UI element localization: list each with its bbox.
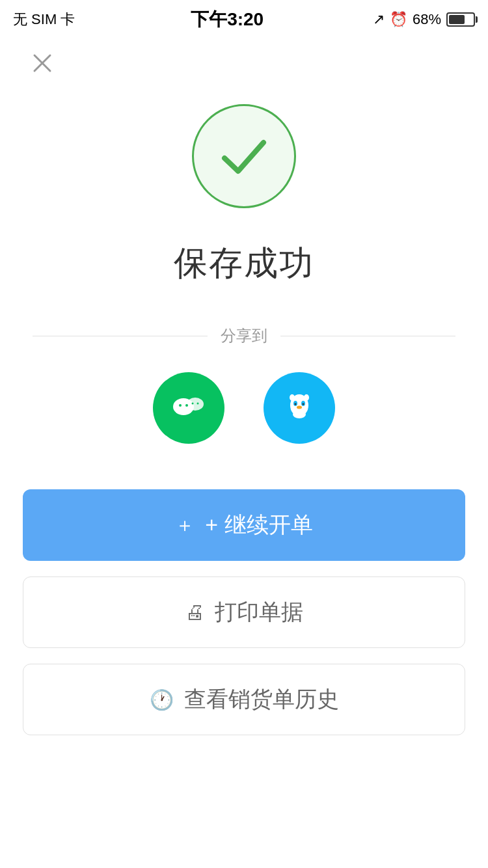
svg-point-5 — [179, 404, 182, 407]
plus-icon: ＋ — [175, 512, 195, 539]
wechat-icon — [168, 387, 210, 429]
share-divider: 分享到 — [0, 325, 488, 346]
svg-point-7 — [192, 403, 194, 405]
svg-point-10 — [293, 411, 306, 418]
share-icons-row — [153, 372, 335, 444]
wechat-share-button[interactable] — [153, 372, 224, 444]
print-icon: 🖨 — [185, 601, 204, 623]
success-icon-circle — [192, 104, 296, 208]
continue-button[interactable]: ＋ + 继续开单 — [23, 489, 465, 561]
qq-icon — [278, 387, 320, 429]
print-button[interactable]: 🖨 打印单据 — [23, 576, 465, 648]
status-left: 无 SIM 卡 — [13, 10, 81, 29]
svg-point-16 — [290, 394, 295, 401]
status-right: ↗ ⏰ 68% — [373, 11, 475, 28]
sim-status: 无 SIM 卡 — [13, 10, 75, 29]
main-content: 保存成功 分享到 — [0, 39, 488, 735]
arrow-icon: ↗ — [373, 11, 385, 28]
svg-point-14 — [303, 403, 305, 405]
history-icon: 🕐 — [150, 688, 174, 711]
divider-right — [280, 336, 455, 336]
svg-point-17 — [304, 394, 309, 401]
svg-point-6 — [185, 404, 188, 407]
battery-icon — [446, 12, 475, 27]
checkmark-icon — [215, 127, 273, 185]
status-time: 下午3:20 — [191, 7, 264, 32]
success-title: 保存成功 — [174, 241, 314, 286]
divider-left — [33, 336, 208, 336]
qq-share-button[interactable] — [264, 372, 335, 444]
svg-point-13 — [295, 403, 297, 405]
alarm-icon: ⏰ — [390, 11, 407, 28]
status-bar: 无 SIM 卡 下午3:20 ↗ ⏰ 68% — [0, 0, 488, 39]
battery-percent: 68% — [413, 11, 441, 28]
close-button[interactable] — [26, 47, 59, 79]
history-button[interactable]: 🕐 查看销货单历史 — [23, 664, 465, 735]
svg-point-4 — [187, 398, 204, 411]
svg-point-8 — [197, 403, 199, 405]
history-label: 查看销货单历史 — [184, 685, 339, 714]
print-label: 打印单据 — [215, 597, 303, 627]
action-buttons: ＋ + 继续开单 🖨 打印单据 🕐 查看销货单历史 — [23, 489, 465, 735]
share-label: 分享到 — [208, 325, 280, 346]
svg-point-15 — [297, 406, 302, 409]
continue-label: + 继续开单 — [205, 510, 312, 540]
